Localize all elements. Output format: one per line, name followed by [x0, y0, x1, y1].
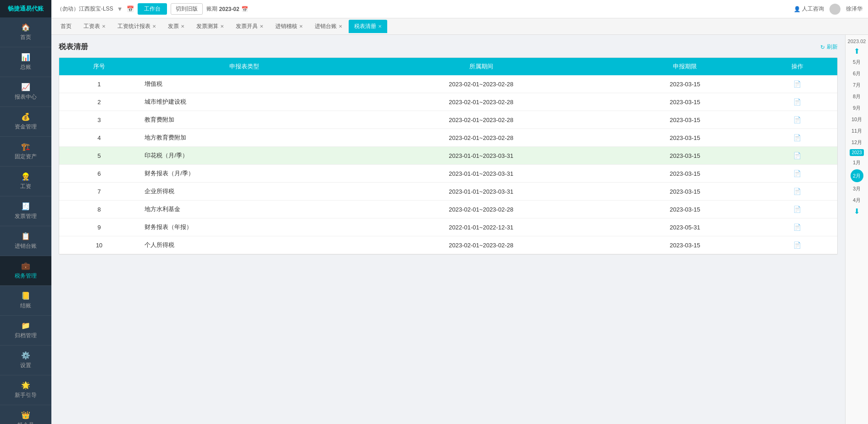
- tab-发票开具[interactable]: 发票开具✕: [230, 20, 269, 33]
- tab-进销稽核[interactable]: 进销稽核✕: [270, 20, 308, 33]
- month-item-4月[interactable]: 4月: [850, 195, 863, 206]
- panel-header: 2023.02: [848, 37, 866, 46]
- tab-close-icon[interactable]: ✕: [339, 24, 342, 29]
- tab-首页[interactable]: 首页: [55, 20, 77, 33]
- sidebar-item-税务管理[interactable]: 💼税务管理: [0, 256, 51, 286]
- tab-close-icon[interactable]: ✕: [181, 24, 184, 29]
- tab-close-icon[interactable]: ✕: [152, 24, 156, 29]
- row-action[interactable]: 📄: [757, 111, 837, 129]
- sidebar-item-工资[interactable]: 👷工资: [0, 167, 51, 196]
- consultant-button[interactable]: 👤 人工咨询: [794, 5, 824, 13]
- tab-发票[interactable]: 发票✕: [162, 20, 190, 33]
- dropdown-icon[interactable]: ▼: [117, 6, 123, 12]
- row-action[interactable]: 📄: [757, 218, 837, 236]
- table-row: 9财务报表（年报）2022-01-01~2022-12-312023-05-31…: [59, 218, 837, 236]
- period-calendar-icon[interactable]: 📅: [241, 6, 248, 12]
- month-item-1月[interactable]: 1月: [850, 157, 863, 168]
- row-deadline: 2023-03-15: [612, 147, 757, 165]
- sidebar-item-畅会员[interactable]: 👑畅会员: [0, 405, 51, 424]
- row-type: 财务报表（月/季）: [139, 165, 350, 183]
- switch-button[interactable]: 切到旧版: [171, 3, 203, 15]
- action-icon[interactable]: 📄: [793, 206, 801, 213]
- action-icon[interactable]: 📄: [793, 152, 801, 159]
- month-item-8月[interactable]: 8月: [850, 91, 863, 102]
- action-icon[interactable]: 📄: [793, 80, 801, 88]
- panel-toggle-up[interactable]: ⬆: [853, 46, 861, 56]
- sidebar-item-固定资产[interactable]: 🏗️固定资产: [0, 137, 51, 167]
- action-icon[interactable]: 📄: [793, 170, 801, 177]
- sidebar-item-结账[interactable]: 📒结账: [0, 286, 51, 316]
- sidebar-item-报表中心[interactable]: 📈报表中心: [0, 77, 51, 107]
- row-deadline: 2023-03-15: [612, 201, 757, 218]
- action-icon[interactable]: 📄: [793, 134, 801, 141]
- row-deadline: 2023-03-15: [612, 183, 757, 201]
- tab-close-icon[interactable]: ✕: [220, 24, 224, 29]
- row-period: 2022-01-01~2022-12-31: [350, 218, 613, 236]
- tab-发票测算[interactable]: 发票测算✕: [191, 20, 229, 33]
- row-id: 4: [59, 129, 139, 147]
- company-name: （勿动）江西股宝-LSS: [57, 5, 113, 13]
- row-period: 2023-01-01~2023-03-31: [350, 165, 613, 183]
- row-action[interactable]: 📄: [757, 201, 837, 218]
- month-item-7月[interactable]: 7月: [850, 79, 863, 91]
- tab-close-icon[interactable]: ✕: [378, 24, 382, 29]
- row-id: 7: [59, 183, 139, 201]
- sidebar-item-设置[interactable]: ⚙️设置: [0, 346, 51, 375]
- panel-toggle-down[interactable]: ⬇: [853, 206, 861, 217]
- action-icon[interactable]: 📄: [793, 116, 801, 123]
- sidebar-item-归档管理[interactable]: 📁归档管理: [0, 316, 51, 346]
- row-id: 5: [59, 147, 139, 165]
- table-row: 5印花税（月/季）2023-01-01~2023-03-312023-03-15…: [59, 147, 837, 165]
- sidebar-item-发票管理[interactable]: 🧾发票管理: [0, 196, 51, 226]
- tab-税表清册[interactable]: 税表清册✕: [349, 20, 387, 33]
- row-action[interactable]: 📄: [757, 165, 837, 183]
- workspace-button[interactable]: 工作台: [138, 3, 167, 15]
- tab-close-icon[interactable]: ✕: [299, 24, 303, 29]
- table-row: 7企业所得税2023-01-01~2023-03-312023-03-15📄: [59, 183, 837, 201]
- row-type: 地方水利基金: [139, 201, 350, 218]
- tab-close-icon[interactable]: ✕: [102, 24, 106, 29]
- sidebar-icon: 💰: [21, 112, 30, 121]
- month-item-5月[interactable]: 5月: [850, 56, 863, 68]
- username: 徐泽华: [846, 5, 862, 13]
- month-item-3月[interactable]: 3月: [850, 183, 863, 195]
- row-type: 个人所得税: [139, 236, 350, 254]
- sidebar-item-总账[interactable]: 📊总账: [0, 47, 51, 77]
- table-row: 4地方教育费附加2023-02-01~2023-02-282023-03-15📄: [59, 129, 837, 147]
- tab-工资表[interactable]: 工资表✕: [78, 20, 111, 33]
- sidebar-item-首页[interactable]: 🏠首页: [0, 17, 51, 47]
- refresh-button[interactable]: ↻ 刷新: [820, 43, 838, 51]
- sidebar-icon: 👑: [21, 411, 30, 419]
- row-deadline: 2023-03-15: [612, 93, 757, 111]
- user-avatar: [829, 4, 840, 15]
- action-icon[interactable]: 📄: [793, 98, 801, 106]
- month-item-9月[interactable]: 9月: [850, 102, 863, 114]
- col-header-序号: 序号: [59, 58, 139, 75]
- sidebar-item-资金管理[interactable]: 💰资金管理: [0, 107, 51, 137]
- row-deadline: 2023-03-15: [612, 129, 757, 147]
- sidebar-icon: 📒: [21, 291, 30, 300]
- row-action[interactable]: 📄: [757, 75, 837, 93]
- row-id: 10: [59, 236, 139, 254]
- row-action[interactable]: 📄: [757, 147, 837, 165]
- tab-进销台账[interactable]: 进销台账✕: [309, 20, 348, 33]
- topbar: （勿动）江西股宝-LSS ▼ 📅 工作台 切到旧版 账期 2023-02 📅 👤…: [51, 0, 868, 18]
- row-action[interactable]: 📄: [757, 183, 837, 201]
- sidebar-icon: 🏗️: [21, 142, 30, 151]
- row-action[interactable]: 📄: [757, 93, 837, 111]
- month-item-10月[interactable]: 10月: [850, 114, 863, 125]
- action-icon[interactable]: 📄: [793, 241, 801, 249]
- row-action[interactable]: 📄: [757, 129, 837, 147]
- row-action[interactable]: 📄: [757, 236, 837, 254]
- action-icon[interactable]: 📄: [793, 223, 801, 231]
- month-item-11月[interactable]: 11月: [850, 125, 863, 137]
- tab-工资统计报表[interactable]: 工资统计报表✕: [112, 20, 161, 33]
- row-period: 2023-01-01~2023-03-31: [350, 183, 613, 201]
- month-item-6月[interactable]: 6月: [850, 68, 863, 79]
- sidebar-item-新手引导[interactable]: 🌟新手引导: [0, 375, 51, 405]
- sidebar-item-进销台账[interactable]: 📋进销台账: [0, 226, 51, 256]
- month-item-12月[interactable]: 12月: [850, 137, 863, 148]
- month-item-2月[interactable]: 2月: [851, 169, 863, 182]
- tab-close-icon[interactable]: ✕: [260, 24, 263, 29]
- action-icon[interactable]: 📄: [793, 188, 801, 195]
